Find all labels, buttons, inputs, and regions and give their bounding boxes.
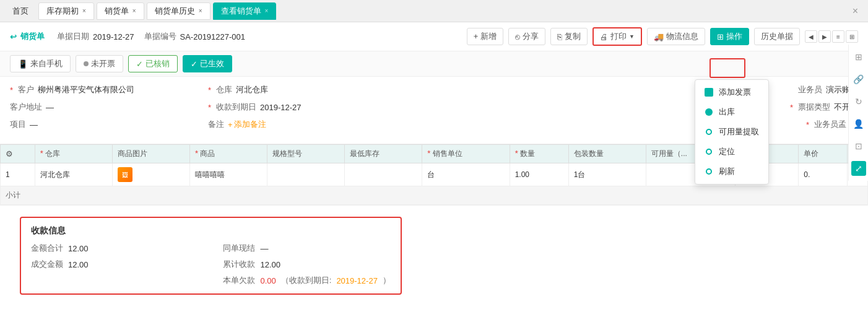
col-warehouse: * 仓库 [35,145,112,163]
transaction-label: 成交金额 [31,259,63,270]
close-icon[interactable]: × [82,7,86,14]
doc-type-label: 销货单 [20,31,45,42]
note-label: 备注 [208,119,224,130]
window-close-button[interactable]: × [848,6,863,17]
print-dropdown-icon: ▼ [629,33,635,40]
share-button[interactable]: ⎋ 分享 [508,28,545,45]
grid-view-button[interactable]: ⊞ [846,30,858,43]
add-note-button[interactable]: + 添加备注 [228,119,266,130]
row-quantity: 1.00 [510,163,568,186]
ticket-type-label: 票据类型 [798,102,830,113]
plus-icon: + [228,120,233,129]
available-qty-icon [704,127,714,137]
share-icon: ⎋ [515,32,520,41]
address-field: 客户地址 — [10,102,196,113]
operation-dropdown: 添加发票 出库 可用量提取 定位 刷新 [695,79,769,185]
not-open-dot [84,61,89,66]
tab-sales[interactable]: 销货单 × [97,2,144,20]
total-label: 金额合计 [31,243,63,254]
operation-button[interactable]: ⊞ 操作 [710,28,749,45]
close-icon[interactable]: × [132,7,136,14]
doc-title: ↩ 销货单 [10,31,45,42]
tab-inventory[interactable]: 库存期初 × [38,2,94,20]
logistics-button[interactable]: 🚚 物流信息 [647,28,705,45]
copy-button[interactable]: ⎘ 复制 [550,28,588,45]
customer-value[interactable]: 柳州粤港平安气体有限公司 [38,84,134,95]
close-icon[interactable]: × [265,7,269,14]
required-marker: * [208,103,211,112]
grid-icon: ⊞ [717,32,724,41]
transaction-value: 12.00 [68,260,89,269]
effective-label: 已生效 [200,58,224,69]
due-date-value: 2019-12-27 [336,276,378,285]
staff2-label: 业务员孟 [814,119,846,130]
sidebar-icon-sync[interactable]: ↻ [851,94,866,109]
col-product: * 商品 [190,145,267,163]
print-button[interactable]: 🖨 打印 ▼ [592,27,642,46]
tab-inventory-label: 库存期初 [46,6,79,17]
col-quantity: * 数量 [510,145,568,163]
not-open-button[interactable]: 未开票 [76,55,123,72]
staff-label: 业务员 [798,84,822,95]
tab-view-sales[interactable]: 查看销货单 × [213,2,277,20]
history-button[interactable]: 历史单据 [754,28,800,45]
address-value: — [46,103,54,112]
prev-button[interactable]: ◀ [805,30,817,43]
date-label: 单据日期 [57,31,89,42]
home-label: 首页 [12,6,28,17]
gear-icon: ⚙ [6,149,13,158]
tab-bar: 首页 库存期初 × 销货单 × 销货单历史 × 查看销货单 × × [0,0,868,22]
check-icon2: ✓ [191,59,197,69]
col-settings[interactable]: ⚙ [1,145,35,163]
list-view-button[interactable]: ≡ [832,30,844,43]
print-label: 打印 [610,31,627,42]
add-invoice-item[interactable]: 添加发票 [695,82,768,102]
project-value: — [30,120,38,129]
payment-date-label: 收款到期日 [216,102,256,113]
total-value: 12.00 [68,244,89,253]
sidebar-icon-table[interactable]: ⊡ [851,139,866,154]
sidebar-icon-expand[interactable]: ⤢ [851,161,866,176]
sidebar-icon-grid[interactable]: ⊞ [851,50,866,64]
tab-sales-history[interactable]: 销货单历史 × [147,2,210,20]
required-marker: * [10,85,13,95]
action-bar: 📱 来自手机 未开票 ✓ 已核销 ✓ 已生效 [0,51,868,77]
row-product: 嘻嘻嘻嘻 [190,163,267,186]
payment-date-value: 2019-12-27 [260,103,302,112]
new-label: + 新增 [474,31,497,42]
verified-button[interactable]: ✓ 已核销 [128,55,178,72]
from-phone-button[interactable]: 📱 来自手机 [10,55,71,72]
refresh-item[interactable]: 刷新 [695,162,768,181]
logistics-icon: 🚚 [654,32,664,41]
effective-button[interactable]: ✓ 已生效 [183,55,232,72]
col-pack-qty: 包装数量 [568,145,646,163]
outbound-label: 出库 [719,106,735,118]
share-label: 分享 [523,31,539,42]
summary-section: 收款信息 金额合计 12.00 同单现结 — 成交金额 12.00 累计收款 1… [0,206,868,306]
sidebar-icon-user[interactable]: 👤 [851,116,866,131]
tab-home[interactable]: 首页 [5,2,36,20]
outbound-item[interactable]: 出库 [695,102,768,122]
date-value: 2019-12-27 [93,32,134,41]
sidebar-icon-link[interactable]: 🔗 [851,72,866,87]
warehouse-value[interactable]: 河北仓库 [236,84,268,95]
print-icon: 🖨 [600,32,608,41]
phone-icon: 📱 [18,59,28,69]
cumulative-value: 12.00 [260,260,280,269]
summary-box: 收款信息 金额合计 12.00 同单现结 — 成交金额 12.00 累计收款 1… [20,217,402,295]
locate-item[interactable]: 定位 [695,142,768,162]
new-button[interactable]: + 新增 [467,28,503,45]
right-sidebar: ⊞ 🔗 ↻ 👤 ⊡ ⤢ [848,45,868,181]
col-min-stock: 最低库存 [345,145,422,163]
available-qty-item[interactable]: 可用量提取 [695,122,768,142]
settlement-label: 同单现结 [223,243,255,254]
main-content: ↩ 销货单 单据日期 2019-12-27 单据编号 SA-20191227-0… [0,22,868,330]
not-open-label: 未开票 [91,58,115,69]
next-button[interactable]: ▶ [818,30,831,43]
close-icon[interactable]: × [199,7,202,14]
refresh-label: 刷新 [719,166,735,177]
due-row: 本单欠款 0.00 （收款到期日: 2019-12-27 ） [223,275,390,286]
cumulative-label: 累计收款 [223,259,255,270]
tab-sales-label: 销货单 [105,6,129,17]
doc-date-field: 单据日期 2019-12-27 [57,31,134,42]
